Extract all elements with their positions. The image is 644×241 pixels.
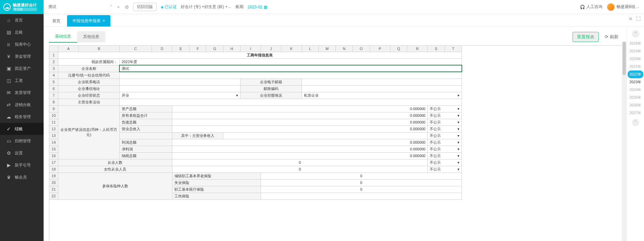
- col-header[interactable]: K: [281, 46, 302, 52]
- fullscreen-icon[interactable]: ⛶: [636, 16, 641, 21]
- metric-value[interactable]: 0.000000: [172, 112, 427, 119]
- col-header[interactable]: H: [223, 46, 240, 52]
- row-number[interactable]: 11: [49, 119, 58, 126]
- col-header[interactable]: I: [240, 46, 261, 52]
- phone-value[interactable]: [119, 79, 240, 85]
- row-number[interactable]: 4: [49, 72, 58, 79]
- year-item[interactable]: 2021年: [628, 63, 643, 70]
- col-header[interactable]: G: [206, 46, 223, 52]
- switch-old-button[interactable]: 切回旧版: [133, 3, 157, 11]
- row-number[interactable]: 7: [49, 92, 58, 99]
- disclose-select[interactable]: 不公示▾: [428, 132, 462, 139]
- col-header[interactable]: Q: [390, 46, 407, 52]
- company-value[interactable]: 测试: [119, 65, 462, 72]
- service-link[interactable]: 🎧 人工咨询: [580, 4, 602, 10]
- row-number[interactable]: 19: [49, 173, 58, 179]
- col-header[interactable]: [49, 46, 58, 52]
- disclose-select[interactable]: 不公示▾: [428, 146, 462, 152]
- col-header[interactable]: A: [58, 46, 78, 52]
- year-item[interactable]: 2023年: [628, 78, 643, 86]
- col-header[interactable]: M: [319, 46, 336, 52]
- col-header[interactable]: O: [353, 46, 370, 52]
- close-icon[interactable]: ×: [103, 18, 105, 23]
- year-item[interactable]: 2020年: [628, 55, 643, 63]
- col-header[interactable]: S: [428, 46, 445, 52]
- col-header[interactable]: D: [152, 46, 172, 52]
- col-header[interactable]: N: [336, 46, 353, 52]
- row-number[interactable]: 18: [49, 166, 58, 173]
- disclose-select[interactable]: 不公示▾: [428, 112, 462, 119]
- nav-item-4[interactable]: ▣固定资产: [0, 62, 44, 75]
- nav-item-0[interactable]: ⌂首页: [0, 14, 44, 26]
- nav-item-8[interactable]: ☁税务管理: [0, 111, 44, 123]
- user-menu[interactable]: 畅捷通B组…: [607, 3, 639, 11]
- ins-value[interactable]: 0: [261, 186, 462, 193]
- col-header[interactable]: J: [261, 46, 281, 52]
- gear-icon[interactable]: ⚙: [125, 4, 129, 10]
- status-select[interactable]: 开业▾: [119, 92, 240, 99]
- metric-value[interactable]: 0.000000: [172, 152, 427, 159]
- metric-value[interactable]: 0.000000: [172, 139, 427, 146]
- year-item[interactable]: 2026年: [628, 101, 643, 109]
- scrollbar-thumb[interactable]: [623, 42, 626, 75]
- nav-item-6[interactable]: ✉发票管理: [0, 87, 44, 99]
- disclose-select[interactable]: 不公示▾: [428, 105, 462, 112]
- disclose-select[interactable]: 不公示▾: [428, 159, 462, 166]
- nav-item-11[interactable]: ⚙设置: [0, 147, 44, 159]
- holding-select[interactable]: 私营企业▾: [302, 92, 462, 99]
- refresh-button[interactable]: ⟳ 刷新: [602, 32, 621, 42]
- metric-value[interactable]: 0.000000: [172, 146, 427, 152]
- row-number[interactable]: 14: [49, 139, 58, 146]
- disclose-select[interactable]: 不公示▾: [428, 152, 462, 159]
- reg-value[interactable]: [119, 72, 462, 79]
- disclose-select[interactable]: 不公示▾: [428, 119, 462, 126]
- year-item[interactable]: 2022年: [628, 70, 643, 78]
- metric-value[interactable]: 0.000000: [172, 126, 427, 132]
- disclose-select[interactable]: 不公示▾: [428, 126, 462, 132]
- post-value[interactable]: [302, 85, 462, 92]
- row-number[interactable]: 13: [49, 132, 58, 139]
- col-header[interactable]: R: [407, 46, 428, 52]
- row-number[interactable]: 1: [49, 52, 58, 58]
- metric-value[interactable]: 0.000000: [172, 105, 427, 112]
- rev-main-value[interactable]: [223, 132, 428, 139]
- row-number[interactable]: 2: [49, 58, 58, 65]
- metric-value[interactable]: 0.000000: [172, 119, 427, 126]
- year-item[interactable]: 2018年: [628, 40, 643, 47]
- female-value[interactable]: 0: [172, 166, 427, 173]
- subtab-other[interactable]: 其他信息: [77, 31, 105, 42]
- vertical-scrollbar[interactable]: [622, 42, 627, 241]
- tab-home[interactable]: 首页: [47, 15, 66, 27]
- col-header[interactable]: P: [370, 46, 390, 52]
- row-number[interactable]: 10: [49, 112, 58, 119]
- ins-value[interactable]: 0: [261, 179, 462, 186]
- company-select[interactable]: 测试 ˅: [48, 4, 112, 10]
- row-number[interactable]: 6: [49, 85, 58, 92]
- nav-item-3[interactable]: ¥资金管理: [0, 50, 44, 62]
- disclose-select[interactable]: 不公示▾: [428, 166, 462, 173]
- nav-item-1[interactable]: ▤总账: [0, 26, 44, 38]
- row-number[interactable]: 8: [49, 99, 58, 105]
- year-item[interactable]: 2025年: [628, 94, 643, 101]
- addr-value[interactable]: [119, 85, 240, 92]
- col-header[interactable]: T: [445, 46, 462, 52]
- year-item[interactable]: 2024年: [628, 86, 643, 94]
- reset-button[interactable]: 重置报表: [573, 32, 599, 42]
- nav-item-10[interactable]: ▭归档管理: [0, 135, 44, 147]
- tab-annual-report[interactable]: 年报信息申报表 ×: [67, 15, 110, 27]
- spreadsheet[interactable]: ABCDEFGHIJKLMNOPQRST 1工商年报信息表2税款所属期间：202…: [49, 45, 621, 241]
- col-header[interactable]: E: [172, 46, 189, 52]
- disclose-select[interactable]: 不公示▾: [428, 139, 462, 146]
- row-number[interactable]: 15: [49, 146, 58, 152]
- year-item[interactable]: 2019年: [628, 47, 643, 55]
- col-header[interactable]: C: [119, 46, 152, 52]
- row-number[interactable]: 22: [49, 193, 58, 199]
- emp-value[interactable]: 0: [172, 159, 427, 166]
- subtab-basic[interactable]: 基础信息: [49, 31, 77, 43]
- add-icon[interactable]: ＋: [116, 4, 121, 10]
- row-number[interactable]: 21: [49, 186, 58, 193]
- row-number[interactable]: 12: [49, 126, 58, 132]
- email-value[interactable]: [302, 79, 462, 85]
- row-number[interactable]: 9: [49, 105, 58, 112]
- ins-value[interactable]: [261, 193, 462, 199]
